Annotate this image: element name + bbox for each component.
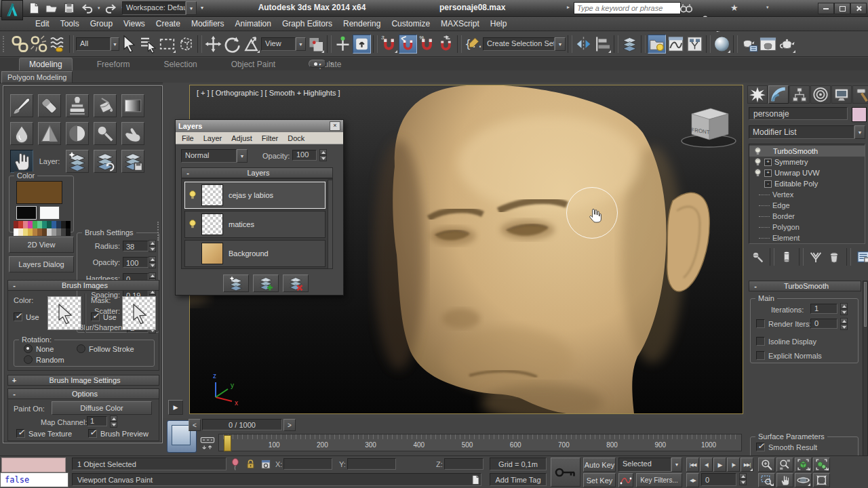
layers-menu-layer[interactable]: Layer	[199, 133, 227, 144]
turbosmooth-rollout-header[interactable]: -TurboSmooth	[749, 281, 861, 291]
menu-customize[interactable]: Customize	[386, 17, 435, 30]
stack-expand-box[interactable]: +	[764, 159, 772, 166]
track-bar-ruler[interactable]: 01002003004005006007008009001000	[218, 434, 742, 451]
render-iters-spinner[interactable]	[840, 318, 848, 330]
undo-icon[interactable]	[80, 1, 94, 15]
close-button[interactable]	[850, 3, 867, 14]
palette-swatch[interactable]	[56, 228, 61, 236]
restore-button[interactable]	[834, 3, 850, 14]
maxscript-listener-white[interactable]: false	[0, 472, 68, 487]
unlink-selection-icon[interactable]	[30, 35, 48, 54]
layer-visibility-bulb-icon[interactable]	[188, 248, 197, 259]
curve-editor-icon[interactable]	[667, 35, 685, 54]
new-file-icon[interactable]	[27, 1, 41, 15]
palette-swatch[interactable]	[23, 228, 28, 236]
angle-snap-icon[interactable]	[399, 35, 417, 54]
palette-swatch[interactable]	[47, 221, 52, 228]
palette-swatch[interactable]	[52, 221, 56, 228]
render-production-icon[interactable]	[778, 35, 796, 54]
rendered-frame-window-icon[interactable]	[759, 35, 777, 54]
menu-create[interactable]: Create	[151, 17, 186, 30]
app-logo-icon[interactable]	[1, 0, 23, 20]
zoom-icon[interactable]	[758, 458, 775, 472]
configure-modifier-sets-icon[interactable]	[856, 249, 868, 264]
viewcube[interactable]: FRONT	[671, 103, 743, 150]
align-icon[interactable]	[593, 35, 612, 54]
brush-mask-image-thumb[interactable]	[122, 296, 156, 330]
zoom-region-icon[interactable]	[758, 473, 775, 487]
brush-color-use-checkbox[interactable]	[14, 312, 22, 321]
spinner-snap-icon[interactable]	[437, 35, 455, 54]
page-icon[interactable]	[471, 474, 480, 485]
dialog-new-layer-button[interactable]	[223, 274, 249, 292]
ribbon-minimize-pill[interactable]: ▾	[309, 60, 326, 68]
save-texture-checkbox[interactable]	[16, 429, 25, 438]
favorites-star-icon[interactable]: ★	[730, 3, 738, 13]
layer-item[interactable]: Background	[184, 240, 326, 267]
palette-swatch[interactable]	[28, 228, 33, 236]
menu-animation[interactable]: Animation	[230, 17, 277, 30]
render-setup-icon[interactable]	[740, 35, 758, 54]
display-tab[interactable]	[831, 85, 852, 104]
previous-frame-button[interactable]: <	[189, 419, 201, 431]
brush-preview-checkbox[interactable]	[88, 429, 97, 438]
palette-swatch[interactable]	[33, 221, 37, 228]
rectangular-selection-region-icon[interactable]	[158, 35, 176, 54]
opacity-field[interactable]: 100	[292, 150, 317, 161]
brush-setting-field[interactable]: 100	[123, 257, 149, 268]
layers-menu-dock[interactable]: Dock	[283, 133, 309, 144]
schematic-view-icon[interactable]	[686, 35, 704, 54]
minimize-button[interactable]	[818, 3, 834, 14]
blur-tool[interactable]	[10, 122, 33, 145]
undo-flyout-arrow[interactable]: ▾	[98, 5, 100, 11]
render-iters-checkbox[interactable]	[756, 319, 765, 328]
zoom-all-icon[interactable]	[776, 458, 793, 472]
pan-hand-tool[interactable]	[10, 150, 33, 173]
layer-visibility-bulb-icon[interactable]	[188, 190, 197, 201]
layers-rollout-header[interactable]: -Layers	[181, 167, 333, 178]
brush-color-image-thumb[interactable]	[47, 296, 81, 330]
current-frame-field[interactable]: 0	[701, 473, 736, 486]
blend-mode-arrow[interactable]: ▼	[237, 149, 248, 163]
z-coordinate-field[interactable]	[444, 458, 484, 470]
modify-tab[interactable]	[768, 85, 789, 104]
keyboard-shortcut-override-icon[interactable]	[353, 35, 371, 54]
gradient-tool[interactable]	[121, 94, 144, 117]
workspace-dropdown-arrow[interactable]: ▼	[186, 1, 197, 15]
modifier-bulb-icon[interactable]	[753, 157, 762, 167]
use-pivot-center-icon[interactable]	[307, 35, 325, 54]
percent-snap-icon[interactable]: %	[418, 35, 436, 54]
stack-item-turbosmooth[interactable]: TurboSmooth	[749, 146, 865, 157]
color-pick-tool[interactable]	[94, 122, 117, 145]
window-crossing-icon[interactable]	[177, 35, 195, 54]
rotation-follow-radio[interactable]	[77, 344, 85, 353]
selection-filter-arrow[interactable]: ▼	[111, 37, 119, 51]
menu-tools[interactable]: Tools	[55, 17, 85, 30]
dialog-add-layer-button[interactable]	[253, 274, 279, 292]
key-filters-button[interactable]: Key Filters...	[636, 473, 682, 487]
graphite-ribbon-toggle-icon[interactable]	[648, 35, 666, 54]
palette-swatch[interactable]	[37, 221, 42, 228]
absolute-mode-icon[interactable]	[260, 459, 271, 470]
map-channel-field[interactable]: 1	[87, 416, 107, 426]
set-key-button[interactable]: Set Key	[583, 473, 616, 487]
layer-list-scrollbar[interactable]	[328, 180, 333, 269]
brush-setting-spinner[interactable]	[149, 256, 156, 268]
selection-lock-icon[interactable]	[245, 459, 256, 470]
palette-swatch[interactable]	[61, 228, 66, 236]
brush-setting-field[interactable]: 38	[123, 241, 149, 251]
manage-layers-icon[interactable]	[620, 35, 639, 54]
stack-expand-box[interactable]: -	[764, 180, 772, 188]
palette-swatch[interactable]	[28, 221, 33, 228]
modifier-list-arrow[interactable]: ▼	[854, 125, 865, 139]
selected-keys-arrow[interactable]: ▼	[671, 458, 682, 472]
fill-tool[interactable]	[94, 94, 117, 117]
named-selection-sets-dropdown[interactable]: Create Selection Set ▼	[483, 37, 566, 51]
next-frame-playback-button[interactable]: |▶	[727, 458, 740, 472]
viewport-layout-arrow-button[interactable]: ▶	[168, 400, 183, 415]
current-frame-spinner[interactable]	[739, 473, 747, 485]
x-coordinate-field[interactable]	[283, 458, 332, 470]
menu-views[interactable]: Views	[118, 17, 151, 30]
palette-swatch[interactable]	[52, 228, 56, 236]
bind-to-spacewarp-icon[interactable]	[49, 35, 67, 54]
